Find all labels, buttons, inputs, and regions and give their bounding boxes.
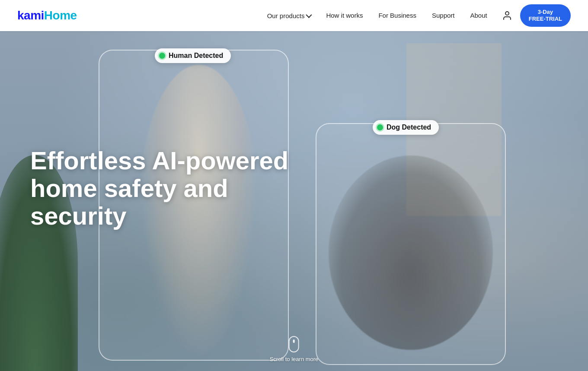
free-trial-button[interactable]: 3-Day FREE-TRIAL — [520, 4, 571, 26]
logo[interactable]: kamiHome — [17, 9, 77, 22]
navbar: kamiHome Our products How it works For B… — [0, 0, 588, 31]
nav-item-about[interactable]: About — [470, 12, 487, 19]
detection-dot-human — [159, 53, 165, 59]
hero-text: Effortless AI-powered home safety and se… — [30, 147, 290, 229]
scroll-indicator[interactable]: Scroll to learn more — [270, 336, 319, 362]
chevron-down-icon — [306, 12, 312, 18]
human-detection-badge: Human Detected — [155, 48, 231, 63]
nav-link-products[interactable]: Our products — [267, 12, 311, 19]
logo-home: Home — [44, 9, 77, 22]
nav-link-how[interactable]: How it works — [326, 12, 363, 19]
nav-links: Our products How it works For Business S… — [267, 12, 487, 19]
nav-item-how[interactable]: How it works — [326, 12, 363, 19]
svg-point-0 — [505, 12, 509, 15]
nav-link-support[interactable]: Support — [432, 12, 455, 19]
nav-item-business[interactable]: For Business — [378, 12, 416, 19]
logo-kami: kami — [17, 9, 44, 22]
nav-actions: 3-Day FREE-TRIAL — [501, 4, 571, 26]
scroll-wheel — [293, 339, 295, 343]
hero-section: Effortless AI-powered home safety and se… — [0, 0, 588, 371]
user-icon[interactable] — [501, 10, 513, 22]
scroll-mouse-icon — [289, 336, 299, 352]
nav-link-business[interactable]: For Business — [378, 12, 416, 19]
hero-heading: Effortless AI-powered home safety and se… — [30, 147, 290, 229]
dog-detection-label: Dog Detected — [387, 124, 431, 131]
nav-item-products[interactable]: Our products — [267, 12, 311, 19]
scroll-text: Scroll to learn more — [270, 356, 319, 362]
nav-link-about[interactable]: About — [470, 12, 487, 19]
human-detection-label: Human Detected — [169, 52, 223, 60]
detection-dot-dog — [377, 124, 383, 130]
phone-frame-right — [316, 123, 506, 365]
dog-detection-badge: Dog Detected — [373, 120, 439, 135]
nav-item-support[interactable]: Support — [432, 12, 455, 19]
